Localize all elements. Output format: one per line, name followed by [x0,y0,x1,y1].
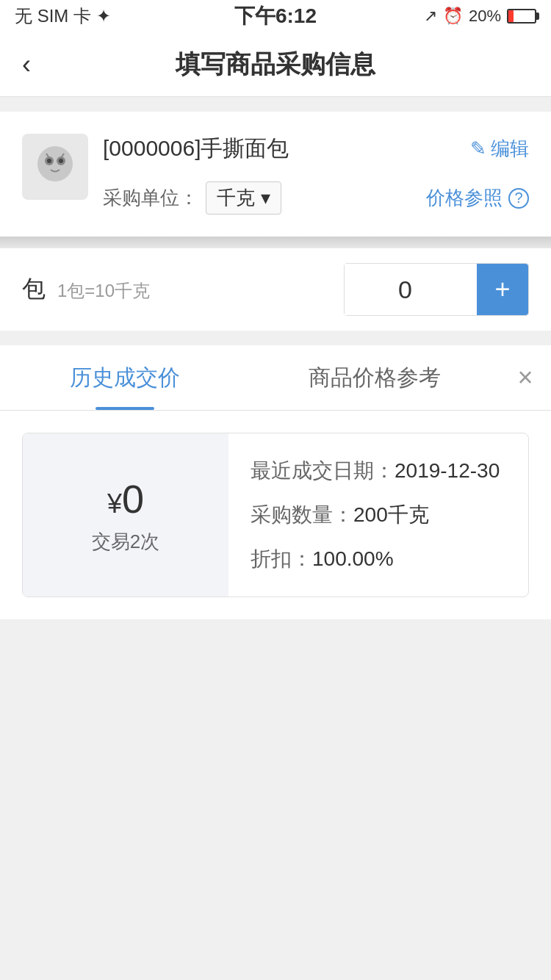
price-reference-button[interactable]: 价格参照 ? [426,185,529,211]
product-title-row: [0000006]手撕面包 ✎ 编辑 [103,134,529,164]
product-thumbnail [22,134,88,200]
edit-button[interactable]: ✎ 编辑 [470,136,529,162]
sim-text: 无 SIM 卡 ✦ [15,4,111,28]
price-panel: 历史成交价 商品价格参考 × ¥0 交易2次 最近成交日期：2019-12-30… [0,345,551,619]
tab-history-price[interactable]: 历史成交价 [0,345,250,410]
edit-label: 编辑 [491,136,529,162]
status-right: ↗ ⏰ 20% [424,7,536,26]
price-ref-question-icon: ? [508,188,529,209]
purchase-unit-row: 采购单位： 千克 ▾ 价格参照 ? [103,181,529,215]
purchase-qty-value: 200千克 [353,503,429,526]
tab-product-price-ref-label: 商品价格参考 [309,363,441,393]
price-content: ¥0 交易2次 最近成交日期：2019-12-30 采购数量：200千克 折扣：… [0,411,551,619]
product-thumb-icon [33,142,77,192]
purchase-qty-row: 采购数量：200千克 [251,500,506,530]
quantity-unit: 包 [22,273,46,306]
price-card: ¥0 交易2次 最近成交日期：2019-12-30 采购数量：200千克 折扣：… [22,433,529,597]
purchase-qty-label: 采购数量： [251,503,353,526]
edit-icon: ✎ [470,137,486,160]
purchase-unit-label: 采购单位： [103,185,198,211]
price-value: 0 [122,477,144,521]
product-image-svg [33,142,77,186]
status-time: 下午6:12 [234,2,317,30]
close-panel-button[interactable]: × [500,345,551,410]
quantity-input[interactable] [345,264,477,315]
discount-value: 100.00% [312,547,394,570]
status-left: 无 SIM 卡 ✦ [15,4,111,28]
back-button[interactable]: ‹ [22,49,31,80]
quantity-input-group: + [344,263,529,316]
nav-bar: ‹ 填写商品采购信息 [0,32,551,97]
alarm-icon: ⏰ [443,7,463,26]
battery-icon [507,9,536,24]
svg-point-0 [37,146,73,181]
dropdown-arrow-icon: ▾ [261,187,270,209]
scroll-indicator [0,237,551,248]
quantity-section: 包 1包=10千克 + [0,248,551,331]
price-card-left: ¥0 交易2次 [23,433,228,597]
selected-unit-value: 千克 [217,185,255,211]
page-title: 填写商品采购信息 [176,48,375,82]
location-icon: ↗ [424,7,437,26]
svg-point-4 [59,159,63,163]
recent-date-label: 最近成交日期： [251,459,395,482]
product-header: [0000006]手撕面包 ✎ 编辑 采购单位： 千克 ▾ 价格参照 [22,134,529,215]
product-section: [0000006]手撕面包 ✎ 编辑 采购单位： 千克 ▾ 价格参照 [0,112,551,237]
unit-select-dropdown[interactable]: 千克 ▾ [206,181,281,215]
status-bar: 无 SIM 卡 ✦ 下午6:12 ↗ ⏰ 20% [0,0,551,32]
discount-label: 折扣： [251,547,312,570]
main-content-area [0,619,551,980]
svg-point-3 [47,159,51,163]
battery-percent: 20% [469,7,501,26]
price-ref-label: 价格参照 [426,185,503,211]
tab-active-underline [96,407,154,410]
currency-symbol: ¥ [107,489,122,519]
quantity-conversion: 1包=10千克 [57,279,150,303]
product-info: [0000006]手撕面包 ✎ 编辑 采购单位： 千克 ▾ 价格参照 [103,134,529,215]
product-id: [0000006] [103,136,201,160]
price-panel-tabs: 历史成交价 商品价格参考 × [0,345,551,411]
price-trades: 交易2次 [92,529,159,555]
recent-date-value: 2019-12-30 [395,459,500,482]
discount-row: 折扣：100.00% [251,544,506,574]
tab-history-price-label: 历史成交价 [70,363,180,393]
quantity-label-group: 包 1包=10千克 [22,273,150,306]
price-card-right: 最近成交日期：2019-12-30 采购数量：200千克 折扣：100.00% [228,433,528,597]
product-name: [0000006]手撕面包 [103,134,289,164]
tab-product-price-ref[interactable]: 商品价格参考 [250,345,500,410]
recent-date-row: 最近成交日期：2019-12-30 [251,455,506,486]
product-title: 手撕面包 [201,136,289,160]
quantity-plus-button[interactable]: + [477,264,528,315]
price-amount: ¥0 [107,476,144,522]
